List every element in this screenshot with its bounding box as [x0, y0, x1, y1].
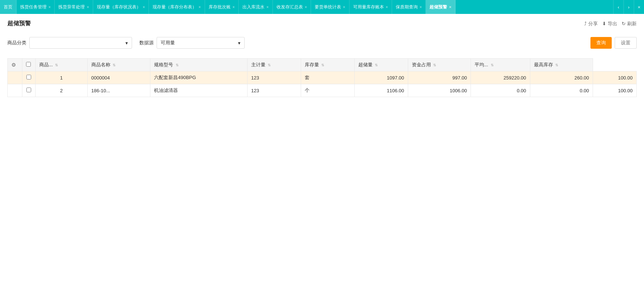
td-index-1: 2 — [36, 84, 88, 97]
td-product-name-1: 机油滤清器 — [150, 84, 247, 97]
nav-tab-flow[interactable]: 出入库流水 × — [239, 0, 272, 14]
filter-product-category: 商品分类 ▾ — [7, 37, 132, 49]
th-overflow-sort-icon: ⇅ — [375, 63, 378, 67]
nav-tab-stock-status-close[interactable]: × — [143, 5, 145, 9]
td-spec-0: 123 — [247, 71, 301, 84]
th-product-code-label: 商品... — [39, 62, 53, 67]
td-spec-1: 123 — [247, 84, 301, 97]
td-unit-0: 套 — [301, 71, 354, 84]
td-capital-0: 259220.00 — [471, 71, 530, 84]
nav-tab-batch-account-close[interactable]: × — [233, 5, 235, 9]
nav-tab-pick-exception-close[interactable]: × — [87, 5, 89, 9]
nav-tab-pick-exception-label: 拣货异常处理 — [58, 4, 85, 10]
td-product-code-0: 0000004 — [87, 71, 150, 84]
header-actions: ⤴ 分享 ⬇ 导出 ↻ 刷新 — [584, 21, 637, 27]
nav-tab-summary-close[interactable]: × — [305, 5, 307, 9]
th-capital[interactable]: 资金占用 ⇅ — [408, 59, 471, 71]
th-stock[interactable]: 库存量 ⇅ — [301, 59, 354, 71]
th-avg[interactable]: 平均... ⇅ — [471, 59, 530, 71]
nav-tab-pick-task[interactable]: 拣货任务管理 × — [17, 0, 55, 14]
nav-tab-overstock[interactable]: 超储预警 × — [426, 0, 455, 14]
nav-tab-available[interactable]: 可用量库存账本 × — [350, 0, 392, 14]
nav-tab-expiry-label: 保质期查询 — [396, 4, 418, 10]
nav-arrow-right[interactable]: › — [623, 0, 634, 14]
td-max-stock-0: 100.00 — [593, 71, 637, 84]
th-capital-sort-icon: ⇅ — [433, 63, 436, 67]
nav-tab-flow-label: 出入库流水 — [242, 4, 264, 10]
settings-gear-icon[interactable]: ⚙ — [11, 62, 16, 68]
th-product-code[interactable]: 商品... ⇅ — [36, 59, 88, 71]
nav-tab-requisition-label: 要货单统计表 — [315, 4, 341, 10]
th-product-name[interactable]: 商品名称 ⇅ — [87, 59, 150, 71]
refresh-icon: ↻ — [622, 21, 626, 26]
data-source-select[interactable]: 可用量 ▾ — [157, 37, 245, 49]
settings-button[interactable]: 设置 — [615, 37, 637, 49]
th-overflow[interactable]: 超储量 ⇅ — [354, 59, 408, 71]
th-overflow-label: 超储量 — [358, 62, 373, 67]
nav-tab-pick-task-close[interactable]: × — [48, 5, 51, 9]
nav-tab-home[interactable]: 首页 — [0, 0, 17, 14]
nav-tab-stock-status-label: 现存量（库存状况表） — [97, 4, 141, 10]
th-max-stock-sort-icon: ⇅ — [555, 63, 558, 67]
refresh-button[interactable]: ↻ 刷新 — [622, 21, 637, 27]
table-header: ⚙ 商品... ⇅ 商品名称 ⇅ 规格型号 ⇅ 主计量 — [8, 59, 637, 71]
td-avg-0: 260.00 — [530, 71, 593, 84]
td-overflow-0: 997.00 — [408, 71, 471, 84]
td-overflow-1: 1006.00 — [408, 84, 471, 97]
export-button[interactable]: ⬇ 导出 — [602, 21, 617, 27]
nav-tab-stock-dist[interactable]: 现存量（库存分布表） × — [149, 0, 205, 14]
row-checkbox-0[interactable] — [26, 75, 31, 79]
th-unit[interactable]: 主计量 ⇅ — [247, 59, 301, 71]
query-button[interactable]: 查询 — [590, 37, 612, 49]
nav-tab-stock-dist-label: 现存量（库存分布表） — [153, 4, 197, 10]
share-icon: ⤴ — [584, 21, 587, 26]
nav-arrow-left[interactable]: ‹ — [613, 0, 623, 14]
td-stock-0: 1097.00 — [354, 71, 408, 84]
th-max-stock[interactable]: 最高库存 ⇅ — [530, 59, 593, 71]
th-spec[interactable]: 规格型号 ⇅ — [150, 59, 247, 71]
th-settings: ⚙ — [8, 59, 22, 71]
td-avg-1: 0.00 — [530, 84, 593, 97]
td-unit-1: 个 — [301, 84, 354, 97]
nav-tab-pick-task-label: 拣货任务管理 — [20, 4, 47, 10]
nav-tab-batch-account-label: 库存批次账 — [209, 4, 231, 10]
product-category-label: 商品分类 — [7, 40, 26, 46]
th-product-name-label: 商品名称 — [91, 62, 110, 67]
nav-tab-stock-dist-close[interactable]: × — [198, 5, 201, 9]
product-category-select[interactable]: ▾ — [29, 37, 132, 49]
export-icon: ⬇ — [602, 21, 606, 26]
nav-tab-overstock-close[interactable]: × — [449, 5, 451, 9]
product-category-chevron-icon: ▾ — [125, 40, 128, 46]
nav-tab-available-label: 可用量库存账本 — [353, 4, 384, 10]
nav-tab-requisition-close[interactable]: × — [343, 5, 345, 9]
nav-tab-expiry-close[interactable]: × — [420, 5, 422, 9]
select-all-checkbox[interactable] — [26, 62, 31, 67]
data-source-label: 数据源 — [139, 40, 154, 46]
nav-tab-requisition[interactable]: 要货单统计表 × — [311, 0, 349, 14]
td-checkbox-1 — [22, 84, 36, 97]
th-stock-sort-icon: ⇅ — [321, 63, 324, 67]
nav-tab-available-close[interactable]: × — [386, 5, 388, 9]
nav-tab-batch-account[interactable]: 库存批次账 × — [205, 0, 239, 14]
td-settings-1 — [8, 84, 22, 97]
th-unit-sort-icon: ⇅ — [268, 63, 271, 67]
nav-tab-stock-status[interactable]: 现存量（库存状况表） × — [93, 0, 149, 14]
th-spec-sort-icon: ⇅ — [176, 63, 179, 67]
table-header-row: ⚙ 商品... ⇅ 商品名称 ⇅ 规格型号 ⇅ 主计量 — [8, 59, 637, 71]
nav-arrows: ‹ › × — [613, 0, 644, 14]
td-stock-1: 1106.00 — [354, 84, 408, 97]
share-button[interactable]: ⤴ 分享 — [584, 21, 598, 27]
refresh-label: 刷新 — [627, 21, 637, 27]
row-checkbox-1[interactable] — [26, 88, 31, 92]
nav-arrow-close[interactable]: × — [634, 0, 644, 14]
filter-actions: 查询 设置 — [590, 37, 637, 49]
filter-data-source: 数据源 可用量 ▾ — [139, 37, 245, 49]
nav-tab-expiry[interactable]: 保质期查询 × — [392, 0, 426, 14]
nav-tab-summary-label: 收发存汇总表 — [277, 4, 303, 10]
th-spec-label: 规格型号 — [154, 62, 173, 67]
table-body: 1 0000004 六配套新昌490BPG 123 套 1097.00 997.… — [8, 71, 637, 97]
th-avg-sort-icon: ⇅ — [491, 63, 494, 67]
nav-tab-pick-exception[interactable]: 拣货异常处理 × — [55, 0, 93, 14]
nav-tab-flow-close[interactable]: × — [266, 5, 268, 9]
nav-tab-summary[interactable]: 收发存汇总表 × — [273, 0, 311, 14]
